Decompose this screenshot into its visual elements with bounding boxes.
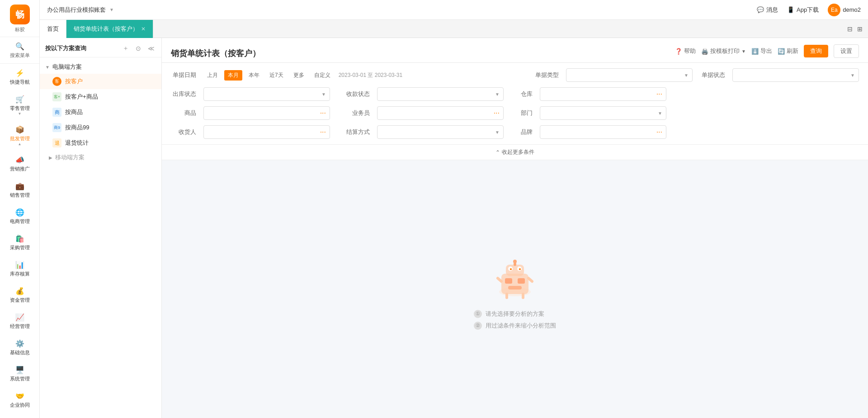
recv-status-select[interactable]: ▼ — [377, 87, 504, 101]
consignee-label: 收货人 — [171, 128, 196, 136]
tree-item-by-goods99[interactable]: 商9 按商品99 — [40, 120, 161, 135]
retail-label: 零售管理 — [10, 105, 30, 112]
add-scheme-btn[interactable]: ＋ — [121, 43, 131, 53]
sidebar-item-quicknav[interactable]: ⚡ 快捷导航 — [0, 64, 39, 90]
system-label: 系统管理 — [10, 375, 30, 382]
hint-num-1: ① — [474, 310, 482, 318]
date-label: 单据日期 — [171, 71, 196, 79]
returns-label: 退货统计 — [65, 139, 89, 147]
sidebar-item-ecommerce[interactable]: 🌐 电商管理 — [0, 203, 39, 229]
sidebar-item-wholesale[interactable]: 📦 批发管理 ▲ — [0, 120, 39, 151]
dept-select[interactable]: ▼ — [540, 106, 666, 120]
enterprise-label: 企业协同 — [10, 402, 30, 408]
sidebar-item-retail[interactable]: 🛒 零售管理 ▼ — [0, 90, 39, 120]
tree-group-desktop-header[interactable]: ▼ 电脑端方案 — [40, 60, 161, 74]
collapse-panel-btn[interactable]: ≪ — [146, 43, 156, 53]
sidebar-item-inventory[interactable]: 📊 库存核算 — [0, 256, 39, 282]
tree-section: ▼ 电脑端方案 客 按客户 客+ 按客户+商品 商 按商品 — [40, 57, 161, 167]
main-area: 办公用品行业模拟账套 ▼ 💬 消息 📱 App下载 Ea demo2 首页 — [40, 0, 868, 418]
topbar-dropdown-icon[interactable]: ▼ — [109, 7, 114, 12]
by-customer-label: 按客户 — [65, 77, 83, 86]
settle-select[interactable]: ▼ — [377, 125, 504, 139]
sidebar-item-sales[interactable]: 💼 销售管理 — [0, 177, 39, 203]
sidebar-item-marketing[interactable]: 📣 营销推广 — [0, 151, 39, 177]
doc-status-select[interactable]: ▼ — [732, 68, 859, 82]
date-btn-7days[interactable]: 近7天 — [266, 70, 287, 81]
tab-expand-area: ⊟ ⊞ — [842, 25, 868, 33]
topbar-message-btn[interactable]: 💬 消息 — [757, 6, 778, 14]
out-status-select[interactable]: ▼ — [203, 87, 330, 101]
tree-item-by-customer-goods[interactable]: 客+ 按客户+商品 — [40, 89, 161, 104]
collapse-bar[interactable]: ⌃ 收起更多条件 — [162, 145, 868, 160]
tree-group-mobile-header[interactable]: ▶ 移动端方案 — [40, 151, 161, 164]
doc-type-select[interactable]: ▼ — [566, 68, 693, 82]
query-btn[interactable]: 查询 — [804, 45, 828, 57]
consignee-dots[interactable]: ··· — [320, 128, 326, 136]
warehouse-dots[interactable]: ··· — [656, 90, 662, 98]
svg-point-9 — [519, 268, 521, 270]
consignee-input[interactable]: ··· — [203, 125, 330, 139]
refresh-btn[interactable]: 🔄 刷新 — [778, 47, 798, 55]
sidebar-item-newuser[interactable]: 🆕 新手引导 — [0, 413, 39, 418]
retail-icon: 🛒 — [15, 95, 24, 104]
sidebar: 畅 标胶 🔍 搜索菜单 ⚡ 快捷导航 🛒 零售管理 ▼ 📦 批发管理 ▲ 📣 营… — [0, 0, 40, 418]
settings-btn[interactable]: 设置 — [834, 44, 859, 58]
operations-label: 经营管理 — [10, 323, 30, 330]
svg-point-11 — [513, 260, 517, 263]
date-btn-custom[interactable]: 自定义 — [311, 70, 334, 81]
home-tab-label: 首页 — [47, 25, 59, 33]
svg-rect-3 — [518, 278, 525, 284]
brand-input[interactable]: ··· — [540, 125, 666, 139]
warehouse-input[interactable]: ··· — [540, 87, 666, 101]
salesman-input[interactable]: ··· — [377, 106, 504, 120]
salesman-dots[interactable]: ··· — [494, 109, 500, 117]
marketing-label: 营销推广 — [10, 166, 30, 172]
date-btn-thismonth[interactable]: 本月 — [224, 70, 242, 81]
doc-status-arrow: ▼ — [850, 73, 855, 78]
tree-item-by-customer[interactable]: 客 按客户 — [40, 74, 161, 89]
sidebar-item-system[interactable]: 🖥️ 系统管理 — [0, 361, 39, 387]
sidebar-item-basic[interactable]: ⚙️ 基础信息 — [0, 334, 39, 361]
sidebar-item-enterprise[interactable]: 🤝 企业协同 — [0, 387, 39, 413]
tree-item-returns[interactable]: 退 退货统计 — [40, 135, 161, 151]
tab-home[interactable]: 首页 — [40, 20, 66, 38]
sidebar-item-finance[interactable]: 💰 资金管理 — [0, 282, 39, 308]
out-status-arrow: ▼ — [321, 92, 326, 97]
svg-line-12 — [498, 278, 501, 281]
sidebar-item-purchase[interactable]: 🛍️ 采购管理 — [0, 229, 39, 256]
goods-input[interactable]: ··· — [203, 106, 330, 120]
out-status-label: 出库状态 — [171, 90, 196, 98]
topbar-app-download-btn[interactable]: 📱 App下载 — [787, 6, 819, 14]
page-actions: ❓ 帮助 🖨️ 按模板打印 ▼ ⬇️ 导出 🔄 刷新 — [675, 44, 859, 62]
doc-type-arrow: ▼ — [684, 73, 689, 78]
tab-close-icon[interactable]: ✕ — [141, 26, 146, 32]
filter-row-3: 商品 ··· 业务员 ··· 部门 ▼ — [171, 106, 859, 120]
sidebar-search[interactable]: 🔍 搜索菜单 — [0, 37, 39, 64]
brand-dots[interactable]: ··· — [656, 128, 662, 136]
settings-scheme-btn[interactable]: ⊙ — [133, 43, 143, 53]
marketing-icon: 📣 — [15, 155, 24, 164]
tab-minimize-icon[interactable]: ⊟ — [847, 25, 853, 33]
tab-maximize-icon[interactable]: ⊞ — [857, 25, 863, 33]
by-customer-goods-label: 按客户+商品 — [65, 93, 98, 101]
warehouse-label: 仓库 — [518, 90, 533, 98]
export-btn[interactable]: ⬇️ 导出 — [751, 47, 772, 55]
help-btn[interactable]: ❓ 帮助 — [675, 47, 696, 55]
topbar-left: 办公用品行业模拟账套 ▼ — [47, 6, 114, 14]
date-btn-thisyear[interactable]: 本年 — [245, 70, 263, 81]
template-print-label: 按模板打印 — [710, 47, 740, 55]
goods-dots[interactable]: ··· — [320, 109, 326, 117]
topbar-user-area[interactable]: Ea demo2 — [828, 4, 861, 16]
hint-text-2: 用过滤条件来缩小分析范围 — [486, 322, 556, 330]
by-goods99-icon: 商9 — [52, 123, 61, 132]
template-print-btn[interactable]: 🖨️ 按模板打印 ▼ — [701, 47, 746, 55]
tree-item-by-goods[interactable]: 商 按商品 — [40, 104, 161, 120]
date-btn-lastmonth[interactable]: 上月 — [203, 70, 222, 81]
sidebar-item-operations[interactable]: 📈 经营管理 — [0, 308, 39, 334]
date-btn-more[interactable]: 更多 — [290, 70, 308, 81]
by-customer-goods-icon: 客+ — [52, 92, 61, 101]
filter-row-4: 收货人 ··· 结算方式 ▼ 品牌 ··· — [171, 125, 859, 139]
tab-sales-stat[interactable]: 销货单统计表（按客户） ✕ — [66, 20, 153, 38]
dept-label: 部门 — [518, 109, 533, 117]
inventory-label: 库存核算 — [10, 271, 30, 277]
